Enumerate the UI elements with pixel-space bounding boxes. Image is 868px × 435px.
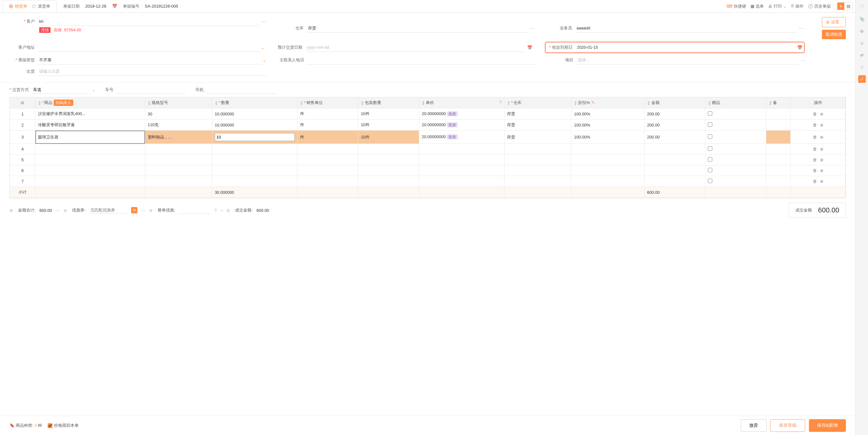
col-qty[interactable]: ▲▼数量 [212,97,297,109]
cell-amount[interactable]: 200.00 [644,119,705,130]
cell-discount[interactable] [571,176,644,187]
save-new-button[interactable]: 保存&新增 [809,419,846,432]
table-row[interactable]: 3圆球卫生器塑料制品，...件10件20.00000000批发存货100.00%… [10,130,845,144]
delete-row-icon[interactable]: 🗑 [813,179,817,184]
delete-row-icon[interactable]: 🗑 [813,135,817,139]
view-grid-icon[interactable]: ▤ [844,3,852,10]
currency-icon[interactable]: ⊜ [858,27,866,35]
cell-amount[interactable]: 200.00 [644,130,705,144]
cell-product[interactable]: 沙宣修护水养润发乳400... [35,109,145,119]
cell-price[interactable]: 20.00000000批发 [419,109,504,119]
gift-checkbox[interactable] [708,168,712,172]
chevron-down-icon[interactable]: ⌄ [92,87,96,92]
cell-unit[interactable] [297,144,358,154]
cell-pack[interactable] [358,176,419,187]
row-index[interactable]: 4 [10,144,35,154]
cell-warehouse[interactable]: 存货 [504,119,571,130]
cell-qty[interactable] [212,176,297,187]
cell-qty[interactable] [212,165,297,176]
calendar-icon[interactable]: 📅 [112,4,117,8]
cell-unit[interactable]: 件 [297,109,358,119]
cell-gift[interactable] [705,154,766,165]
doc-date-value[interactable]: 2019-12-26 [85,4,106,8]
salesman-input[interactable] [575,24,797,33]
cell-unit[interactable] [297,154,358,165]
note-icon[interactable]: 📄 [858,3,866,11]
cell-warehouse[interactable] [504,176,571,187]
user-icon[interactable]: ☺ [858,39,866,47]
cell-product[interactable] [35,154,145,165]
driver-input[interactable] [207,86,276,94]
cell-unit[interactable] [297,165,358,176]
table-row[interactable]: 1沙宣修护水养润发乳400...3010.000000件10件20.000000… [10,109,845,119]
cell-spec[interactable]: 110克 [145,119,212,130]
cell-warehouse[interactable] [504,154,571,165]
history-button[interactable]: 🕘历史单据 [808,3,831,9]
delete-row-icon[interactable]: 🗑 [813,112,817,116]
gift-checkbox[interactable] [708,134,712,139]
cell-qty[interactable] [212,144,297,154]
save-draft-button[interactable]: 保存草稿 [770,419,805,432]
view-list-icon[interactable]: ≡ [837,3,844,10]
more-icon[interactable]: ⋯ [799,26,803,31]
table-row[interactable]: 6🗑⊕ [10,165,845,176]
delete-row-icon[interactable]: 🗑 [813,147,817,151]
edit-icon[interactable]: ✎ [591,100,595,105]
cell-gift[interactable] [705,165,766,176]
warehouse-input[interactable] [307,24,528,33]
cell-spec[interactable]: 塑料制品，... [145,130,212,144]
table-row[interactable]: 4🗑⊕ [10,144,845,154]
contact-phone-input[interactable] [307,56,536,64]
cell-pack[interactable]: 10件 [358,130,419,144]
cell-warehouse[interactable] [504,165,571,176]
cell-remark[interactable] [766,154,790,165]
row-index[interactable]: 6 [10,165,35,176]
cell-amount[interactable]: 200.00 [644,109,705,119]
cell-unit[interactable]: 件 [297,119,358,130]
cell-warehouse[interactable]: 存货 [504,109,571,119]
cell-price[interactable]: 20.00000000批发 [419,130,504,144]
add-row-icon[interactable]: ⊕ [820,123,824,127]
cell-discount[interactable] [571,144,644,154]
calendar-icon[interactable]: 📅 [527,45,532,50]
table-row[interactable]: 5🗑⊕ [10,154,845,165]
col-remark[interactable]: ▲▼备 [766,97,790,109]
vehicle-input[interactable] [117,86,186,94]
cell-remark[interactable] [766,109,790,119]
cell-product[interactable] [35,176,145,187]
cell-price[interactable] [419,144,504,154]
attachment-icon[interactable]: 📎 [858,15,866,23]
cell-pack[interactable]: 10件 [358,119,419,130]
discard-button[interactable]: 放弃 [741,419,767,432]
col-price[interactable]: ▲▼单价? [419,97,504,109]
cell-pack[interactable] [358,154,419,165]
add-row-icon[interactable]: ⊕ [820,179,824,184]
cell-price[interactable] [419,154,504,165]
gift-checkbox[interactable] [708,146,712,151]
col-product[interactable]: ▲▼商品扫码录入 [35,97,145,109]
gift-checkbox[interactable] [708,157,712,162]
cell-remark[interactable] [766,119,790,130]
gift-checkbox[interactable] [708,179,712,183]
scan-badge[interactable]: 扫码录入 [54,99,73,106]
tab-sales-order[interactable]: 销货单 [7,3,30,9]
shortcut-button[interactable]: ⌨快捷键 [726,3,746,9]
cell-gift[interactable] [705,176,766,187]
cell-pack[interactable]: 10件 [358,109,419,119]
cell-spec[interactable] [145,154,212,165]
cell-gift[interactable] [705,119,766,130]
cell-pack[interactable] [358,144,419,154]
select-order-button[interactable]: ▦选单 [750,3,764,9]
add-row-icon[interactable]: ⊕ [820,147,824,151]
operate-button[interactable]: ⠿操作 [791,3,804,9]
cell-gift[interactable] [705,109,766,119]
row-index[interactable]: 2 [10,119,35,130]
qty-input[interactable] [215,133,295,141]
cell-remark[interactable] [766,176,790,187]
cell-qty[interactable]: 10.000000 [212,109,297,119]
cell-spec[interactable] [145,176,212,187]
col-amount[interactable]: ▲▼金额 [644,97,705,109]
settings-button[interactable]: ⚙设置 [822,17,846,27]
col-unit[interactable]: ▲▼销售单位 [297,97,358,109]
cell-spec[interactable] [145,165,212,176]
